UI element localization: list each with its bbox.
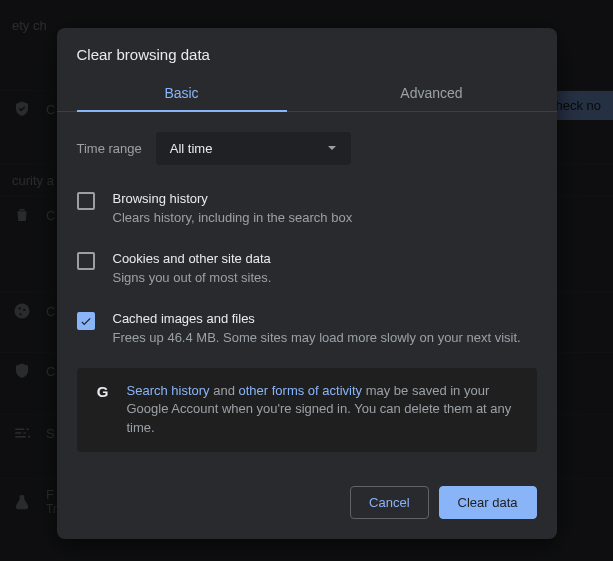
checkbox-cached[interactable] <box>77 312 95 330</box>
google-account-info: G Search history and other forms of acti… <box>77 368 537 453</box>
option-desc: Signs you out of most sites. <box>113 269 272 287</box>
chevron-down-icon <box>327 141 337 156</box>
option-text: Cached images and files Frees up 46.4 MB… <box>113 311 521 347</box>
google-icon: G <box>93 382 113 402</box>
option-text: Cookies and other site data Signs you ou… <box>113 251 272 287</box>
time-range-value: All time <box>170 141 213 156</box>
info-text: Search history and other forms of activi… <box>127 382 521 439</box>
link-search-history[interactable]: Search history <box>127 383 210 398</box>
clear-browsing-data-dialog: Clear browsing data Basic Advanced Time … <box>57 28 557 539</box>
time-range-row: Time range All time <box>57 122 557 179</box>
tab-basic[interactable]: Basic <box>57 73 307 111</box>
checkbox-cookies[interactable] <box>77 252 95 270</box>
dialog-title: Clear browsing data <box>57 28 557 73</box>
options-list: Browsing history Clears history, includi… <box>57 179 557 360</box>
tab-advanced[interactable]: Advanced <box>307 73 557 111</box>
option-title: Cached images and files <box>113 311 521 326</box>
checkbox-browsing-history[interactable] <box>77 192 95 210</box>
option-cookies: Cookies and other site data Signs you ou… <box>77 239 537 299</box>
option-text: Browsing history Clears history, includi… <box>113 191 353 227</box>
dialog-body: Time range All time Browsing history Cle… <box>57 112 557 470</box>
time-range-label: Time range <box>77 141 142 156</box>
dialog-actions: Cancel Clear data <box>57 470 557 539</box>
info-text-part: and <box>210 383 239 398</box>
link-other-activity[interactable]: other forms of activity <box>239 383 363 398</box>
modal-overlay: Clear browsing data Basic Advanced Time … <box>0 0 613 561</box>
option-title: Browsing history <box>113 191 353 206</box>
option-title: Cookies and other site data <box>113 251 272 266</box>
option-desc: Clears history, including in the search … <box>113 209 353 227</box>
option-desc: Frees up 46.4 MB. Some sites may load mo… <box>113 329 521 347</box>
dialog-tabs: Basic Advanced <box>57 73 557 112</box>
cancel-button[interactable]: Cancel <box>350 486 428 519</box>
option-cached: Cached images and files Frees up 46.4 MB… <box>77 299 537 359</box>
option-browsing-history: Browsing history Clears history, includi… <box>77 179 537 239</box>
clear-data-button[interactable]: Clear data <box>439 486 537 519</box>
time-range-select[interactable]: All time <box>156 132 351 165</box>
